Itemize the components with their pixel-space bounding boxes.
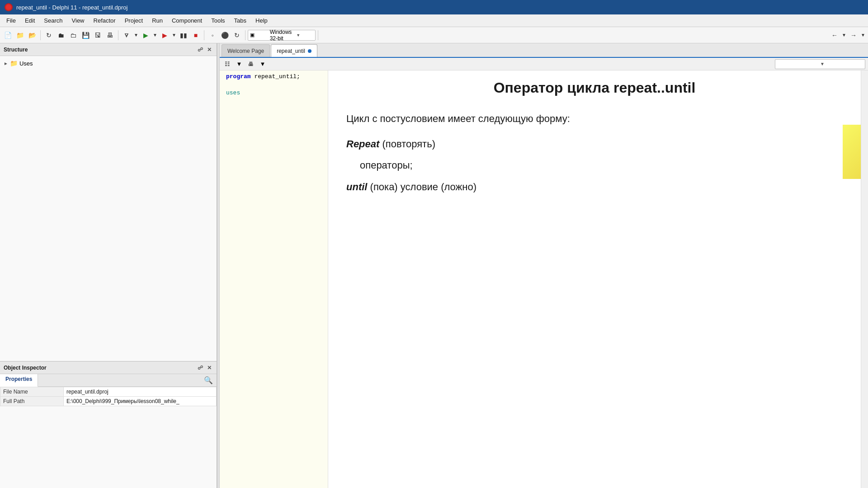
structure-header-icons: ☍ ✕ xyxy=(197,46,213,53)
menu-run[interactable]: Run xyxy=(147,16,167,25)
code-lines: program repeat_until; uses xyxy=(220,73,328,98)
welcome-line1-rest: (повторять) xyxy=(379,138,435,150)
ct-scope-dropdown[interactable]: ▼ xyxy=(775,59,865,69)
new-button[interactable]: 📄 xyxy=(2,29,14,41)
build-button[interactable]: ⛛ xyxy=(121,29,132,41)
welcome-intro: Цикл с постусловием имеет следующую форм… xyxy=(346,110,843,128)
pause-button[interactable]: ▮▮ xyxy=(178,29,189,41)
tab-bar: Welcome Page repeat_until xyxy=(220,43,868,58)
welcome-line3-rest: (пока) условие (ложно) xyxy=(367,181,476,192)
welcome-line1: Repeat (повторять) xyxy=(346,135,843,153)
platform-arrow: ▼ xyxy=(296,33,313,38)
close-structure-icon[interactable]: ✕ xyxy=(206,46,213,53)
sep5 xyxy=(318,30,318,40)
run2-dropdown[interactable]: ▼ xyxy=(171,29,177,41)
folder-icon-uses: 📁 xyxy=(10,60,18,67)
oi-search-icon[interactable]: 🔍 xyxy=(200,374,217,386)
menu-tabs[interactable]: Tabs xyxy=(230,16,251,25)
debug2-button[interactable]: ⚫ xyxy=(219,29,231,41)
back-dropdown[interactable]: ▼ xyxy=(841,29,847,41)
run2-button[interactable]: ▶ xyxy=(159,29,170,41)
tab-welcome[interactable]: Welcome Page xyxy=(222,44,270,57)
menu-help[interactable]: Help xyxy=(251,16,272,25)
oi-row-fullpath: Full Path E:\000_Delphi\999_Примеры\less… xyxy=(0,397,217,406)
oi-col-val-filename: repeat_until.dproj xyxy=(64,387,217,397)
tab-repeat-until[interactable]: repeat_until xyxy=(271,44,317,57)
kw-uses: uses xyxy=(226,89,240,96)
right-accent xyxy=(843,125,861,179)
open-folder2-button[interactable]: 🗀 xyxy=(67,29,79,41)
oi-tab-properties[interactable]: Properties xyxy=(0,374,38,387)
left-panel: Structure ☍ ✕ ► 📁 Uses Object Inspector … xyxy=(0,43,217,488)
menu-view[interactable]: View xyxy=(67,16,89,25)
menu-project[interactable]: Project xyxy=(120,16,147,25)
forward-dropdown[interactable]: ▼ xyxy=(860,29,866,41)
title-bar: repeat_until - Delphi 11 - repeat_until.… xyxy=(0,0,868,14)
structure-body: ► 📁 Uses xyxy=(0,56,217,70)
tree-arrow-uses: ► xyxy=(4,61,8,66)
pin-oi-icon[interactable]: ☍ xyxy=(197,364,204,371)
save-all-button[interactable]: 🖫 xyxy=(92,29,104,41)
tree-item-uses[interactable]: ► 📁 Uses xyxy=(2,59,215,68)
structure-panel: Structure ☍ ✕ ► 📁 Uses xyxy=(0,43,217,361)
platform-dropdown[interactable]: ▣ Windows 32-bit ▼ xyxy=(248,30,316,41)
stop-button[interactable]: ■ xyxy=(190,29,202,41)
welcome-line2: операторы; xyxy=(346,156,843,174)
tab-repeat-label: repeat_until xyxy=(277,48,305,54)
oi-tab-row: Properties 🔍 xyxy=(0,374,217,387)
kw-program: program xyxy=(226,73,251,80)
right-scrollbar xyxy=(861,70,868,488)
close-oi-icon[interactable]: ✕ xyxy=(206,364,213,371)
code-line-2 xyxy=(222,81,328,89)
oi-table: File Name repeat_until.dproj Full Path E… xyxy=(0,387,217,406)
welcome-title: Оператор цикла repeat..until xyxy=(346,80,843,96)
sep4 xyxy=(245,30,245,40)
toolbar-group-new: 📄 📁 📂 xyxy=(2,29,38,41)
open2-button[interactable]: 📂 xyxy=(26,29,38,41)
toolbar-group-build: ⛛ ▼ ▶ ▼ ▶ ▼ ▮▮ ■ xyxy=(121,29,202,41)
code-text-1: program repeat_until; xyxy=(226,73,300,80)
menu-refactor[interactable]: Refactor xyxy=(89,16,120,25)
ct-grid-btn[interactable]: ☷ xyxy=(222,59,232,69)
main-layout: Structure ☍ ✕ ► 📁 Uses Object Inspector … xyxy=(0,43,868,488)
debug3-button[interactable]: ↻ xyxy=(231,29,243,41)
debug1-button[interactable]: ◦ xyxy=(207,29,218,41)
tree-label-uses: Uses xyxy=(19,60,33,67)
menu-edit[interactable]: Edit xyxy=(20,16,39,25)
oi-body: Properties 🔍 File Name repeat_until.dpro… xyxy=(0,374,217,406)
save-copy-button[interactable]: 🖶 xyxy=(104,29,116,41)
forward-button[interactable]: → xyxy=(848,29,859,41)
ct-down-btn[interactable]: ▼ xyxy=(234,59,244,69)
platform-label: Windows 32-bit xyxy=(270,29,292,42)
oi-header-icons: ☍ ✕ xyxy=(197,364,213,371)
open-button[interactable]: 📁 xyxy=(14,29,26,41)
toolbar-group-file: ↻ 🖿 🗀 💾 🖫 🖶 xyxy=(43,29,116,41)
menu-file[interactable]: File xyxy=(2,16,20,25)
reload-button[interactable]: ↻ xyxy=(43,29,55,41)
kw-repeat: Repeat xyxy=(346,138,379,150)
pin-icon[interactable]: ☍ xyxy=(197,46,204,53)
oi-col-name-fullpath: Full Path xyxy=(0,397,64,406)
sep2 xyxy=(118,30,118,40)
welcome-line3: until (пока) условие (ложно) xyxy=(346,178,843,196)
run-dropdown[interactable]: ▼ xyxy=(152,29,158,41)
oi-title: Object Inspector xyxy=(4,365,197,371)
code-area: program repeat_until; uses xyxy=(220,70,328,488)
content-area: program repeat_until; uses xyxy=(220,70,868,488)
back-button[interactable]: ← xyxy=(829,29,840,41)
save-button[interactable]: 💾 xyxy=(80,29,91,41)
build-dropdown[interactable]: ▼ xyxy=(133,29,139,41)
code-line-1: program repeat_until; xyxy=(222,73,328,81)
menu-component[interactable]: Component xyxy=(167,16,207,25)
menu-tools[interactable]: Tools xyxy=(207,16,229,25)
oi-row-filename: File Name repeat_until.dproj xyxy=(0,387,217,397)
run-button[interactable]: ▶ xyxy=(140,29,151,41)
ct-print-btn[interactable]: 🖶 xyxy=(246,59,256,69)
open-folder-button[interactable]: 🖿 xyxy=(55,29,67,41)
menu-search[interactable]: Search xyxy=(39,16,67,25)
ct-down2-btn[interactable]: ▼ xyxy=(258,59,268,69)
toolbar: 📄 📁 📂 ↻ 🖿 🗀 💾 🖫 🖶 ⛛ ▼ ▶ ▼ ▶ ▼ ▮▮ ■ ◦ ⚫ ↻… xyxy=(0,27,868,43)
code-rest-1: repeat_until; xyxy=(254,73,300,80)
kw-until: until xyxy=(346,181,367,192)
sep3 xyxy=(204,30,204,40)
